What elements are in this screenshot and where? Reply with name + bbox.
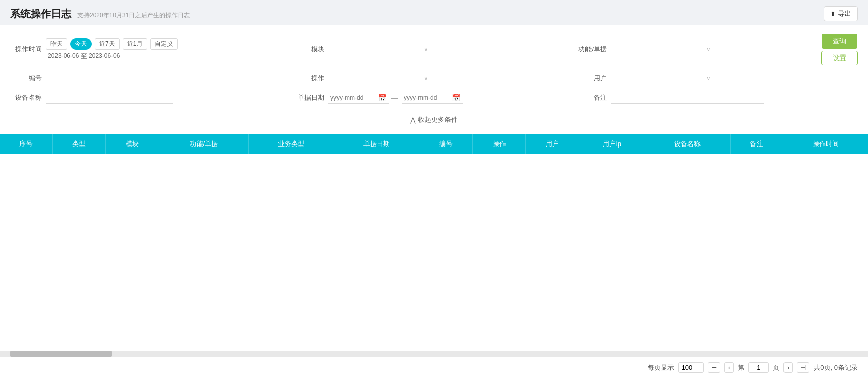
col-operation: 操作 xyxy=(472,134,525,154)
table-container: 序号 类型 模块 功能/单据 业务类型 单据日期 编号 操作 用户 用户ip 设… xyxy=(0,134,868,351)
total-info: 共0页, 0条记录 xyxy=(814,363,858,372)
number-filter-col: 编号 — xyxy=(10,72,293,84)
col-number: 编号 xyxy=(419,134,472,154)
col-device: 设备名称 xyxy=(645,134,730,154)
function-select-wrap: ∨ xyxy=(611,43,713,55)
next-page-button[interactable]: › xyxy=(783,362,793,373)
operation-filter-col: 操作 ∨ xyxy=(293,72,575,84)
collapse-icon: ⋀ xyxy=(410,116,416,124)
col-user: 用户 xyxy=(526,134,579,154)
prev-page-button[interactable]: ‹ xyxy=(724,362,734,373)
page-title: 系统操作日志 xyxy=(10,7,71,21)
filter-area: 操作时间 昨天 今天 近7天 近1月 自定义 2023-06-06 至 2023… xyxy=(0,25,868,134)
filter-row-2: 编号 — 操作 ∨ xyxy=(10,72,858,84)
date-filter-col: 单据日期 📅 — 📅 xyxy=(293,92,575,104)
page-title-area: 系统操作日志 支持2020年10月31日之后产生的操作日志 xyxy=(10,7,190,21)
filter-row-3: 设备名称 单据日期 📅 — 📅 备注 xyxy=(10,92,858,104)
first-page-button[interactable]: ⊢ xyxy=(708,362,720,373)
remark-col-content xyxy=(611,92,858,104)
user-label: 用户 xyxy=(575,74,611,83)
module-select-wrap: ∨ xyxy=(328,43,430,55)
time-btn-7days[interactable]: 近7天 xyxy=(95,38,120,50)
per-page-label: 每页显示 xyxy=(648,363,674,372)
per-page-wrap: 100 50 200 xyxy=(678,362,704,373)
time-btn-today[interactable]: 今天 xyxy=(70,38,92,50)
data-table: 序号 类型 模块 功能/单据 业务类型 单据日期 编号 操作 用户 用户ip 设… xyxy=(0,134,868,154)
pagination-bar: 每页显示 100 50 200 ⊢ ‹ 第 页 › ⊣ 共0页, 0条记录 xyxy=(0,357,868,378)
date-dash: — xyxy=(387,94,402,102)
remark-label: 备注 xyxy=(575,93,611,102)
module-select[interactable] xyxy=(328,43,430,55)
device-label: 设备名称 xyxy=(10,93,46,102)
date-label: 单据日期 xyxy=(293,93,328,102)
query-button[interactable]: 查询 xyxy=(822,34,857,49)
user-col-content: ∨ xyxy=(611,72,858,84)
function-filter-col: 功能/单据 ∨ 查询 设置 xyxy=(575,34,858,65)
col-biz-type: 业务类型 xyxy=(249,134,334,154)
col-module: 模块 xyxy=(106,134,159,154)
col-doc-date: 单据日期 xyxy=(334,134,419,154)
table-header-row: 序号 类型 模块 功能/单据 业务类型 单据日期 编号 操作 用户 用户ip 设… xyxy=(0,134,868,154)
export-button[interactable]: ⬆ 导出 xyxy=(824,6,858,21)
filter-row-1: 操作时间 昨天 今天 近7天 近1月 自定义 2023-06-06 至 2023… xyxy=(10,34,858,65)
remark-filter-col: 备注 xyxy=(575,92,858,104)
date-from-calendar-icon[interactable]: 📅 xyxy=(378,94,387,102)
settings-button[interactable]: 设置 xyxy=(821,51,858,65)
remark-input[interactable] xyxy=(611,92,764,104)
export-icon: ⬆ xyxy=(830,10,836,18)
scrollbar-thumb[interactable] xyxy=(10,351,112,357)
device-filter-col: 设备名称 xyxy=(10,92,293,104)
module-label: 模块 xyxy=(293,45,328,54)
user-select[interactable] xyxy=(611,72,713,84)
operation-select-wrap: ∨ xyxy=(328,72,430,84)
function-col-content: ∨ xyxy=(611,43,821,55)
collapse-bar: ⋀ 收起更多条件 xyxy=(10,111,858,130)
number-to-input[interactable] xyxy=(152,72,244,84)
page-header: 系统操作日志 支持2020年10月31日之后产生的操作日志 ⬆ 导出 xyxy=(0,0,868,25)
collapse-button[interactable]: ⋀ 收起更多条件 xyxy=(404,114,464,125)
col-index: 序号 xyxy=(0,134,52,154)
number-label: 编号 xyxy=(10,74,46,83)
operation-col-content: ∨ xyxy=(328,72,575,84)
function-label: 功能/单据 xyxy=(575,45,611,54)
number-dash: — xyxy=(137,75,152,82)
number-from-input[interactable] xyxy=(46,72,137,84)
col-op-time: 操作时间 xyxy=(783,134,868,154)
col-remark: 备注 xyxy=(730,134,783,154)
col-type: 类型 xyxy=(52,134,105,154)
export-label: 导出 xyxy=(838,9,851,18)
time-col-content: 昨天 今天 近7天 近1月 自定义 2023-06-06 至 2023-06-0… xyxy=(46,38,293,61)
user-select-wrap: ∨ xyxy=(611,72,713,84)
collapse-label: 收起更多条件 xyxy=(418,115,458,124)
function-select[interactable] xyxy=(611,43,713,55)
col-function: 功能/单据 xyxy=(159,134,248,154)
per-page-select[interactable]: 100 50 200 xyxy=(678,362,704,373)
time-filter-col: 操作时间 昨天 今天 近7天 近1月 自定义 2023-06-06 至 2023… xyxy=(10,38,293,61)
time-btn-1month[interactable]: 近1月 xyxy=(123,38,148,50)
time-label: 操作时间 xyxy=(10,45,46,54)
user-filter-col: 用户 ∨ xyxy=(575,72,858,84)
page-unit: 页 xyxy=(773,363,779,372)
time-btn-custom[interactable]: 自定义 xyxy=(150,38,178,50)
action-buttons: 查询 设置 xyxy=(821,34,858,65)
number-col-content: — xyxy=(46,72,293,84)
module-filter-col: 模块 ∨ xyxy=(293,43,575,55)
table-header: 序号 类型 模块 功能/单据 业务类型 单据日期 编号 操作 用户 用户ip 设… xyxy=(0,134,868,154)
time-btn-yesterday[interactable]: 昨天 xyxy=(46,38,67,50)
device-col-content xyxy=(46,92,293,104)
date-to-calendar-icon[interactable]: 📅 xyxy=(452,94,460,102)
page-label: 第 xyxy=(738,363,744,372)
time-controls: 昨天 今天 近7天 近1月 自定义 xyxy=(46,38,178,50)
col-user-ip: 用户ip xyxy=(579,134,645,154)
device-input[interactable] xyxy=(46,92,173,104)
time-range-text: 2023-06-06 至 2023-06-06 xyxy=(48,52,178,61)
page-wrapper: 系统操作日志 支持2020年10月31日之后产生的操作日志 ⬆ 导出 操作时间 … xyxy=(0,0,868,378)
horizontal-scrollbar[interactable] xyxy=(0,351,868,357)
page-number-input[interactable] xyxy=(748,362,769,373)
last-page-button[interactable]: ⊣ xyxy=(797,362,809,373)
date-col-content: 📅 — 📅 xyxy=(328,92,575,104)
operation-label: 操作 xyxy=(293,74,328,83)
module-col-content: ∨ xyxy=(328,43,575,55)
operation-select[interactable] xyxy=(328,72,430,84)
page-subtitle: 支持2020年10月31日之后产生的操作日志 xyxy=(77,11,190,20)
